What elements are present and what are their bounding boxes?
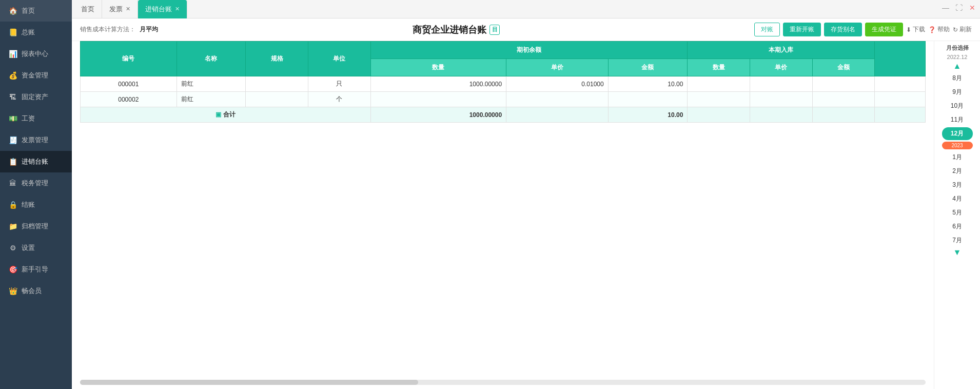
vip-icon: 👑	[8, 286, 17, 296]
cell-unit: 只	[308, 76, 371, 92]
month-9[interactable]: 9月	[942, 86, 973, 99]
home-icon: 🏠	[8, 6, 17, 15]
download-icon: ⬇	[906, 26, 911, 33]
month-10[interactable]: 10月	[942, 100, 973, 112]
sidebar-item-general-ledger[interactable]: 📒 总账	[0, 22, 72, 43]
refresh-button[interactable]: ↻ 刷新	[953, 25, 972, 34]
sidebar-item-archive[interactable]: 📁 归档管理	[0, 216, 72, 237]
sidebar-label-salary: 工资	[22, 114, 35, 123]
month-2[interactable]: 2月	[942, 165, 973, 178]
reopen-button[interactable]: 重新开账	[783, 23, 821, 36]
sidebar: 🏠 首页 📒 总账 📊 报表中心 💰 资金管理 🏗 固定资产 💵 工资 🧾 发票…	[0, 0, 72, 389]
col-ob-qty: 数量	[370, 59, 506, 76]
sidebar-item-invoice-mgmt[interactable]: 🧾 发票管理	[0, 129, 72, 151]
funds-icon: 💰	[8, 71, 17, 80]
year-2023-badge: 2023	[942, 142, 973, 149]
table-month-container: 编号 名称 规格 单位 期初余额 本期入库 数量 单价	[72, 41, 980, 389]
sidebar-label-settings: 设置	[22, 243, 35, 252]
horizontal-scrollbar[interactable]	[80, 380, 926, 385]
month-3[interactable]: 3月	[942, 179, 973, 191]
col-ib-amount: 金额	[812, 59, 875, 76]
col-opening-balance: 期初余额	[370, 42, 688, 59]
total-ib-qty	[688, 107, 750, 123]
sidebar-label-guide: 新手引导	[22, 265, 48, 274]
cell-spec	[246, 92, 308, 107]
col-name: 名称	[177, 42, 246, 76]
total-ob-amount: 10.00	[608, 107, 688, 123]
scroll-down-button[interactable]: ▼	[952, 247, 963, 258]
save-as-button[interactable]: 存货别名	[824, 23, 862, 36]
cell-ib-amount	[812, 92, 875, 107]
archive-icon: 📁	[8, 222, 17, 231]
month-1[interactable]: 1月	[942, 151, 973, 164]
reconcile-button[interactable]: 对账	[754, 23, 780, 36]
col-ib-price: 单价	[750, 59, 812, 76]
close-button[interactable]: ✕	[967, 2, 978, 13]
month-5[interactable]: 5月	[942, 206, 973, 219]
sidebar-item-reports[interactable]: 📊 报表中心	[0, 43, 72, 65]
download-button[interactable]: ⬇ 下载	[906, 25, 925, 34]
month-4[interactable]: 4月	[942, 192, 973, 205]
sidebar-item-fixed-assets[interactable]: 🏗 固定资产	[0, 86, 72, 108]
table-scroll[interactable]: 编号 名称 规格 单位 期初余额 本期入库 数量 单价	[72, 41, 934, 380]
sidebar-label-reports: 报表中心	[22, 49, 48, 59]
total-ob-price	[506, 107, 609, 123]
sidebar-item-tax[interactable]: 🏛 税务管理	[0, 172, 72, 194]
month-selector-title: 月份选择	[946, 44, 969, 52]
sidebar-item-vip[interactable]: 👑 畅会员	[0, 280, 72, 302]
sidebar-item-funds[interactable]: 💰 资金管理	[0, 65, 72, 86]
salary-icon: 💵	[8, 114, 17, 123]
cell-ob-price	[506, 92, 609, 107]
col-code: 编号	[81, 42, 177, 76]
total-ob-qty: 1000.00000	[370, 107, 506, 123]
closing-icon: 🔒	[8, 200, 17, 209]
total-ib-price	[750, 107, 812, 123]
page-title: 商贸企业进销台账	[413, 24, 486, 36]
tab-bar: 首页 发票 ✕ 进销台账 ✕ — ⛶ ✕	[72, 0, 980, 18]
reports-icon: 📊	[8, 49, 17, 59]
total-ib-amount	[812, 107, 875, 123]
cell-unit: 个	[308, 92, 371, 107]
fixed-assets-icon: 🏗	[8, 92, 17, 102]
content-header: 销售成本计算方法： 月平均 商贸企业进销台账 目 对账 重新开账 存货别名 生成…	[72, 18, 980, 41]
sidebar-item-salary[interactable]: 💵 工资	[0, 108, 72, 129]
download-label: 下载	[913, 25, 925, 34]
cell-ib-price	[750, 76, 812, 92]
guide-icon: 🎯	[8, 265, 17, 274]
month-7[interactable]: 7月	[942, 234, 973, 247]
maximize-button[interactable]: ⛶	[953, 2, 965, 13]
close-purchase-sales-tab[interactable]: ✕	[175, 6, 180, 12]
cell-code: 000002	[81, 92, 177, 107]
tab-purchase-sales[interactable]: 进销台账 ✕	[138, 0, 187, 18]
sidebar-item-closing[interactable]: 🔒 结账	[0, 194, 72, 216]
scrollbar-thumb[interactable]	[80, 380, 418, 385]
generate-voucher-button[interactable]: 生成凭证	[865, 23, 903, 36]
table-area: 编号 名称 规格 单位 期初余额 本期入库 数量 单价	[72, 41, 934, 389]
sidebar-label-tax: 税务管理	[22, 179, 48, 188]
scroll-up-button[interactable]: ▲	[952, 61, 963, 71]
ledger-icon: 📒	[8, 28, 17, 37]
refresh-label: 刷新	[959, 25, 972, 34]
month-6[interactable]: 6月	[942, 220, 973, 233]
sidebar-item-guide[interactable]: 🎯 新手引导	[0, 259, 72, 280]
title-info-icon[interactable]: 目	[489, 25, 500, 35]
tab-invoice[interactable]: 发票 ✕	[102, 0, 138, 18]
month-12[interactable]: 12月	[942, 127, 973, 140]
month-11[interactable]: 11月	[942, 113, 973, 126]
table-row: 000001 前红 只 1000.00000 0.01000 10.00	[81, 76, 926, 92]
sidebar-label-closing: 结账	[22, 200, 35, 209]
tab-purchase-sales-label: 进销台账	[145, 5, 172, 14]
sidebar-item-purchase-sales[interactable]: 📋 进销台账	[0, 151, 72, 172]
month-8[interactable]: 8月	[942, 72, 973, 85]
cell-ob-amount	[608, 92, 688, 107]
minimize-button[interactable]: —	[940, 2, 951, 13]
sidebar-item-settings[interactable]: ⚙ 设置	[0, 237, 72, 259]
close-invoice-tab[interactable]: ✕	[126, 6, 130, 12]
sidebar-label-home: 首页	[22, 6, 35, 15]
total-label: ▣合计	[81, 107, 371, 123]
tab-home[interactable]: 首页	[74, 0, 102, 18]
cell-ob-amount: 10.00	[608, 76, 688, 92]
sidebar-item-home[interactable]: 🏠 首页	[0, 0, 72, 22]
help-button[interactable]: ❓ 帮助	[928, 25, 950, 34]
page-content: 销售成本计算方法： 月平均 商贸企业进销台账 目 对账 重新开账 存货别名 生成…	[72, 18, 980, 389]
